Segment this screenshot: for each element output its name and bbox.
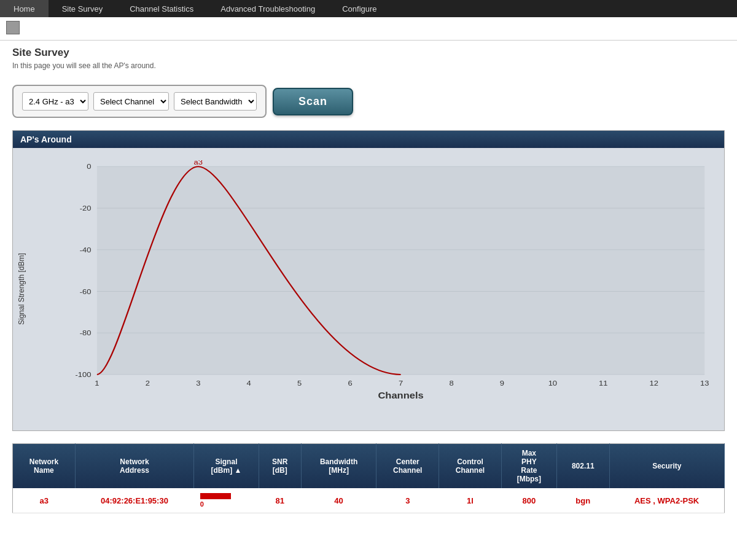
x-label-7: 7 bbox=[399, 379, 403, 387]
bandwidth-select[interactable]: Select Bandwidth 20 MHz 40 MHz bbox=[174, 92, 257, 111]
logo-icon bbox=[6, 21, 20, 34]
chart-inner: 0 -20 -40 -60 -80 -100 1 2 3 4 5 6 7 8 9… bbox=[30, 148, 724, 430]
cell-snr: 81 bbox=[259, 488, 301, 513]
table-header-row: NetworkName NetworkAddress Signal[dBm] ▲… bbox=[13, 444, 725, 489]
chart-section: AP's Around Signal Strength [dBm] bbox=[12, 130, 725, 431]
y-label-0: 0 bbox=[87, 163, 91, 171]
page-header: Site Survey In this page you will see al… bbox=[0, 41, 737, 76]
x-label-12: 12 bbox=[650, 379, 659, 387]
cell-control-channel: 1l bbox=[439, 488, 502, 513]
scan-button[interactable]: Scan bbox=[273, 88, 353, 115]
col-max-phy: MaxPHYRate[Mbps] bbox=[501, 444, 556, 489]
x-label-11: 11 bbox=[599, 379, 608, 387]
y-axis-label: Signal Strength [dBm] bbox=[13, 148, 30, 430]
chart-container: Signal Strength [dBm] bbox=[13, 148, 724, 430]
y-label-60: -60 bbox=[80, 287, 92, 295]
cell-network-address: 04:92:26:E1:95:30 bbox=[75, 488, 193, 513]
cell-bandwidth: 40 bbox=[301, 488, 376, 513]
chart-title: AP's Around bbox=[13, 131, 724, 148]
col-snr: SNR[dB] bbox=[259, 444, 301, 489]
y-label-100: -100 bbox=[76, 371, 92, 379]
table-section: NetworkName NetworkAddress Signal[dBm] ▲… bbox=[12, 443, 725, 513]
col-control-channel: ControlChannel bbox=[439, 444, 502, 489]
x-label-2: 2 bbox=[146, 379, 150, 387]
chart-svg: 0 -20 -40 -60 -80 -100 1 2 3 4 5 6 7 8 9… bbox=[61, 160, 712, 400]
nav-advanced-troubleshooting[interactable]: Advanced Troubleshooting bbox=[207, 0, 329, 17]
x-label-1: 1 bbox=[95, 379, 99, 387]
main-nav: Home Site Survey Channel Statistics Adva… bbox=[0, 0, 737, 17]
x-axis-title: Channels bbox=[378, 391, 423, 400]
controls-section: 2.4 GHz - a3 5 GHz Select Channel 1234 5… bbox=[0, 76, 737, 130]
col-bandwidth: Bandwidth[MHz] bbox=[301, 444, 376, 489]
cell-standard: bgn bbox=[556, 488, 609, 513]
x-label-9: 9 bbox=[500, 379, 504, 387]
y-label-80: -80 bbox=[80, 329, 92, 337]
x-label-8: 8 bbox=[449, 379, 453, 387]
frequency-select[interactable]: 2.4 GHz - a3 5 GHz bbox=[22, 92, 88, 111]
y-label-20: -20 bbox=[80, 204, 92, 212]
x-label-3: 3 bbox=[196, 379, 200, 387]
nav-configure[interactable]: Configure bbox=[329, 0, 390, 17]
chart-bg bbox=[97, 166, 704, 375]
nav-channel-statistics[interactable]: Channel Statistics bbox=[116, 0, 207, 17]
cell-network-name: a3 bbox=[13, 488, 76, 513]
cell-signal: 0 bbox=[194, 488, 259, 513]
data-table: NetworkName NetworkAddress Signal[dBm] ▲… bbox=[12, 443, 725, 513]
x-label-4: 4 bbox=[247, 379, 251, 387]
x-label-13: 13 bbox=[700, 379, 709, 387]
col-security: Security bbox=[609, 444, 724, 489]
channel-select[interactable]: Select Channel 1234 5678 91011 bbox=[93, 92, 169, 111]
col-signal: Signal[dBm] ▲ bbox=[194, 444, 259, 489]
col-802-11: 802.11 bbox=[556, 444, 609, 489]
x-label-6: 6 bbox=[348, 379, 353, 387]
cell-security: AES , WPA2-PSK bbox=[609, 488, 724, 513]
cell-center-channel: 3 bbox=[376, 488, 439, 513]
page-subtitle: In this page you will see all the AP's a… bbox=[12, 61, 725, 70]
x-label-10: 10 bbox=[548, 379, 558, 387]
col-network-name: NetworkName bbox=[13, 444, 76, 489]
cell-max-phy: 800 bbox=[501, 488, 556, 513]
col-center-channel: CenterChannel bbox=[376, 444, 439, 489]
nav-home[interactable]: Home bbox=[0, 0, 49, 17]
x-label-5: 5 bbox=[297, 379, 302, 387]
nav-site-survey[interactable]: Site Survey bbox=[49, 0, 116, 17]
controls-box: 2.4 GHz - a3 5 GHz Select Channel 1234 5… bbox=[12, 85, 267, 118]
table-body: a3 04:92:26:E1:95:30 0 81 40 3 1l 800 bg… bbox=[13, 488, 725, 513]
logo-row bbox=[0, 17, 737, 41]
page-title: Site Survey bbox=[12, 47, 725, 59]
table-row: a3 04:92:26:E1:95:30 0 81 40 3 1l 800 bg… bbox=[13, 488, 725, 513]
ap-label: a3 bbox=[194, 160, 203, 166]
col-network-address: NetworkAddress bbox=[75, 444, 193, 489]
y-label-40: -40 bbox=[80, 246, 92, 254]
